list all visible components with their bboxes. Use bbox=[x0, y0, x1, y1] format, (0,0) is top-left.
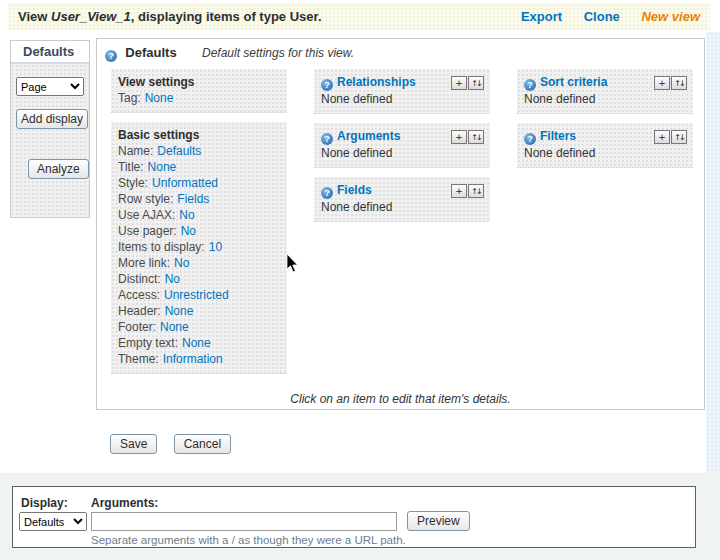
setting-value-link[interactable]: 10 bbox=[209, 240, 222, 254]
views-ui-page: Export Clone New view View User_View_1, … bbox=[0, 0, 720, 560]
arguments-empty-text: None defined bbox=[321, 145, 483, 161]
analyze-button[interactable]: Analyze bbox=[28, 159, 89, 179]
view-settings-title: View settings bbox=[118, 74, 280, 90]
fields-title-link[interactable]: Fields bbox=[337, 183, 372, 197]
arguments-panel: ?Arguments +↑↓ None defined bbox=[314, 123, 490, 168]
rearrange-fields-button[interactable]: ↑↓ bbox=[468, 184, 484, 198]
help-icon[interactable]: ? bbox=[524, 79, 536, 91]
setting-value-link[interactable]: No bbox=[179, 208, 194, 222]
setting-label: Style: bbox=[118, 176, 148, 190]
column-2: ?Relationships +↑↓ None defined ?Argumen… bbox=[314, 69, 490, 383]
basic-settings-title: Basic settings bbox=[118, 127, 280, 143]
add-relationship-button[interactable]: + bbox=[451, 76, 467, 90]
setting-label: Footer: bbox=[118, 320, 156, 334]
relationships-title-link[interactable]: Relationships bbox=[337, 75, 416, 89]
setting-value-link[interactable]: No bbox=[165, 272, 180, 286]
setting-value-link[interactable]: Unrestricted bbox=[164, 288, 229, 302]
arguments-label: Arguments: bbox=[91, 496, 158, 510]
setting-label: Items to display: bbox=[118, 240, 205, 254]
rearrange-icon: ↑↓ bbox=[674, 133, 683, 142]
setting-row: Empty text:None bbox=[118, 335, 280, 351]
display-type-select[interactable]: Page bbox=[16, 77, 84, 96]
help-icon[interactable]: ? bbox=[105, 50, 117, 62]
rearrange-sorts-button[interactable]: ↑↓ bbox=[671, 76, 687, 90]
view-name: User_View_1 bbox=[51, 9, 131, 24]
arguments-input[interactable] bbox=[91, 512, 397, 531]
setting-row: Use pager:No bbox=[118, 223, 280, 239]
setting-value-link[interactable]: None bbox=[182, 336, 211, 350]
add-field-button[interactable]: + bbox=[451, 184, 467, 198]
setting-row: Title:None bbox=[118, 159, 280, 175]
setting-value-link[interactable]: None bbox=[145, 91, 174, 105]
setting-value-link[interactable]: None bbox=[148, 160, 177, 174]
setting-label: Use pager: bbox=[118, 224, 177, 238]
rearrange-icon: ↑↓ bbox=[471, 133, 480, 142]
preview-area: Display: Defaults Arguments: Preview Sep… bbox=[0, 473, 720, 560]
basic-settings-rows: Name:Defaults Title:None Style:Unformatt… bbox=[118, 143, 280, 367]
setting-value-link[interactable]: Information bbox=[163, 352, 223, 366]
form-actions: Save Cancel bbox=[110, 434, 244, 454]
help-icon[interactable]: ? bbox=[321, 133, 333, 145]
topbar-link[interactable]: Export bbox=[521, 9, 562, 24]
setting-value-link[interactable]: Unformatted bbox=[152, 176, 218, 190]
setting-row: Use AJAX:No bbox=[118, 207, 280, 223]
add-argument-button[interactable]: + bbox=[451, 130, 467, 144]
sidebar-body: Page Add display Analyze bbox=[11, 64, 89, 217]
sort-criteria-panel: ?Sort criteria +↑↓ None defined bbox=[517, 69, 693, 114]
setting-row: Distinct:No bbox=[118, 271, 280, 287]
help-icon[interactable]: ? bbox=[321, 79, 333, 91]
rearrange-filters-button[interactable]: ↑↓ bbox=[671, 130, 687, 144]
setting-label: Theme: bbox=[118, 352, 159, 366]
add-filter-button[interactable]: + bbox=[654, 130, 670, 144]
tab-defaults[interactable]: Defaults bbox=[11, 41, 89, 64]
preview-display-select[interactable]: Defaults bbox=[19, 512, 87, 531]
display-label: Display: bbox=[21, 496, 68, 510]
filters-title-link[interactable]: Filters bbox=[540, 129, 576, 143]
setting-label: Access: bbox=[118, 288, 160, 302]
display-heading: Defaults bbox=[125, 45, 176, 60]
setting-label: Header: bbox=[118, 304, 161, 318]
rearrange-relationships-button[interactable]: ↑↓ bbox=[468, 76, 484, 90]
help-icon[interactable]: ? bbox=[524, 133, 536, 145]
preview-button[interactable]: Preview bbox=[407, 511, 470, 531]
setting-label: Row style: bbox=[118, 192, 173, 206]
setting-value-link[interactable]: No bbox=[181, 224, 196, 238]
add-sort-button[interactable]: + bbox=[654, 76, 670, 90]
column-1: View settings Tag:None Basic settings Na… bbox=[111, 69, 287, 383]
setting-label: Name: bbox=[118, 144, 153, 158]
topbar-link[interactable]: New view bbox=[641, 9, 700, 24]
setting-label: Use AJAX: bbox=[118, 208, 175, 222]
setting-value-link[interactable]: None bbox=[165, 304, 194, 318]
view-settings-panel: View settings Tag:None bbox=[111, 69, 287, 113]
setting-row: Footer:None bbox=[118, 319, 280, 335]
sort-criteria-title-link[interactable]: Sort criteria bbox=[540, 75, 607, 89]
view-editor-workspace: ? Defaults Default settings for this vie… bbox=[96, 38, 705, 410]
topbar-link[interactable]: Clone bbox=[584, 9, 620, 24]
filters-empty-text: None defined bbox=[524, 145, 686, 161]
setting-row: Name:Defaults bbox=[118, 143, 280, 159]
topbar-links: Export Clone New view bbox=[503, 3, 700, 30]
setting-row: Theme:Information bbox=[118, 351, 280, 367]
setting-label: Tag: bbox=[118, 91, 141, 105]
workspace-header: ? Defaults Default settings for this vie… bbox=[97, 39, 704, 69]
help-icon[interactable]: ? bbox=[321, 187, 333, 199]
display-sidebar: Defaults Page Add display Analyze bbox=[10, 40, 90, 218]
setting-value-link[interactable]: Fields bbox=[177, 192, 209, 206]
save-button[interactable]: Save bbox=[110, 434, 157, 454]
page-background-strip bbox=[706, 32, 720, 473]
setting-value-link[interactable]: Defaults bbox=[157, 144, 201, 158]
cancel-button[interactable]: Cancel bbox=[174, 434, 231, 454]
setting-row: Access:Unrestricted bbox=[118, 287, 280, 303]
arguments-title-link[interactable]: Arguments bbox=[337, 129, 400, 143]
rearrange-arguments-button[interactable]: ↑↓ bbox=[468, 130, 484, 144]
preview-form: Display: Defaults Arguments: Preview Sep… bbox=[12, 486, 696, 548]
setting-label: More link: bbox=[118, 256, 170, 270]
setting-row: More link:No bbox=[118, 255, 280, 271]
fields-panel: ?Fields +↑↓ None defined bbox=[314, 177, 490, 222]
setting-value-link[interactable]: None bbox=[160, 320, 189, 334]
setting-label: Empty text: bbox=[118, 336, 178, 350]
add-display-button[interactable]: Add display bbox=[16, 109, 88, 129]
view-settings-rows: Tag:None bbox=[118, 90, 280, 106]
setting-value-link[interactable]: No bbox=[174, 256, 189, 270]
rearrange-icon: ↑↓ bbox=[674, 79, 683, 88]
